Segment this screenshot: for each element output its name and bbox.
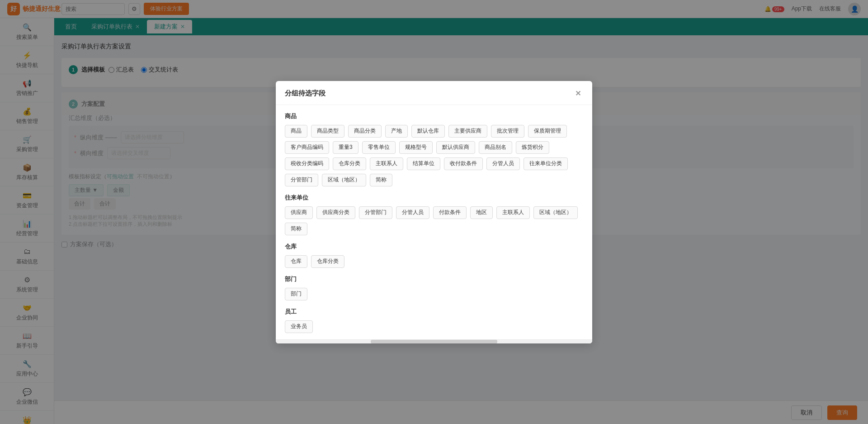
field-tag[interactable]: 客户商品编码 [285,141,329,154]
field-tag[interactable]: 区域（地区） [322,174,366,186]
field-tag[interactable]: 保质期管理 [528,125,567,138]
field-tag[interactable]: 产地 [385,125,408,138]
field-tag[interactable]: 零售单位 [362,141,396,154]
group-warehouse-title: 仓库 [285,243,583,251]
group-product-tags: 商品 商品类型 商品分类 产地 默认仓库 主要供应商 批次管理 保质期管理 客户… [285,125,583,186]
field-tag[interactable]: 税收分类编码 [285,157,329,170]
group-dept-tags: 部门 [285,288,583,300]
group-employee-tags: 业务员 [285,320,583,333]
group-employee: 员工 业务员 [285,308,583,333]
field-tag[interactable]: 往来单位分类 [524,157,568,170]
group-product: 商品 商品 商品类型 商品分类 产地 默认仓库 主要供应商 批次管理 保质期管理… [285,112,583,186]
field-tag[interactable]: 主联系人 [496,206,530,219]
field-tag[interactable]: 重量3 [333,141,359,154]
field-tag[interactable]: 商品分类 [348,125,382,138]
group-dept: 部门 部门 [285,275,583,300]
group-employee-title: 员工 [285,308,583,316]
field-tag[interactable]: 区域（地区） [533,206,578,219]
field-tag[interactable]: 批次管理 [491,125,524,138]
group-product-title: 商品 [285,112,583,120]
group-partner-tags: 供应商 供应商分类 分管部门 分管人员 付款条件 地区 主联系人 区域（地区） … [285,206,583,235]
field-tag[interactable]: 商品 [285,125,307,138]
field-tag[interactable]: 仓库分类 [333,157,366,170]
field-tag[interactable]: 业务员 [285,320,313,333]
field-tag[interactable]: 简称 [370,174,392,186]
modal-title: 分组待选字段 [285,89,326,98]
field-tag[interactable]: 分管人员 [396,206,429,219]
field-tag[interactable]: 收付款条件 [444,157,483,170]
field-tag[interactable]: 分管部门 [359,206,392,219]
field-tag[interactable]: 默认仓库 [411,125,445,138]
group-warehouse-tags: 仓库 仓库分类 [285,255,583,268]
modal-overlay: 分组待选字段 ✕ 商品 商品 商品类型 商品分类 产地 默认仓库 主要供应商 批… [0,0,868,424]
field-tag[interactable]: 部门 [285,288,307,300]
modal-close-button[interactable]: ✕ [572,88,583,99]
group-dept-title: 部门 [285,275,583,283]
field-tag[interactable]: 分管部门 [285,174,318,186]
modal-horizontal-scrollbar[interactable] [276,339,592,343]
field-tag[interactable]: 供应商分类 [316,206,355,219]
field-tag[interactable]: 供应商 [285,206,313,219]
field-tag[interactable]: 付款条件 [433,206,467,219]
field-tag[interactable]: 炼货积分 [516,141,549,154]
field-tag[interactable]: 简称 [285,223,307,235]
field-tag[interactable]: 仓库 [285,255,307,268]
field-tag[interactable]: 分管人员 [486,157,520,170]
group-partner-title: 往来单位 [285,194,583,202]
field-tag[interactable]: 仓库分类 [311,255,344,268]
field-tag[interactable]: 默认供应商 [436,141,475,154]
field-tag[interactable]: 规格型号 [399,141,433,154]
modal-hscroll-thumb [371,340,497,343]
field-tag[interactable]: 主要供应商 [448,125,487,138]
field-tag[interactable]: 商品类型 [311,125,344,138]
group-warehouse: 仓库 仓库 仓库分类 [285,243,583,268]
modal-header: 分组待选字段 ✕ [276,81,592,105]
field-select-modal: 分组待选字段 ✕ 商品 商品 商品类型 商品分类 产地 默认仓库 主要供应商 批… [276,81,592,343]
field-tag[interactable]: 主联系人 [370,157,403,170]
field-tag[interactable]: 商品别名 [479,141,512,154]
field-tag[interactable]: 地区 [470,206,493,219]
field-tag[interactable]: 结算单位 [407,157,440,170]
group-partner: 往来单位 供应商 供应商分类 分管部门 分管人员 付款条件 地区 主联系人 区域… [285,194,583,235]
modal-body[interactable]: 商品 商品 商品类型 商品分类 产地 默认仓库 主要供应商 批次管理 保质期管理… [276,105,592,340]
